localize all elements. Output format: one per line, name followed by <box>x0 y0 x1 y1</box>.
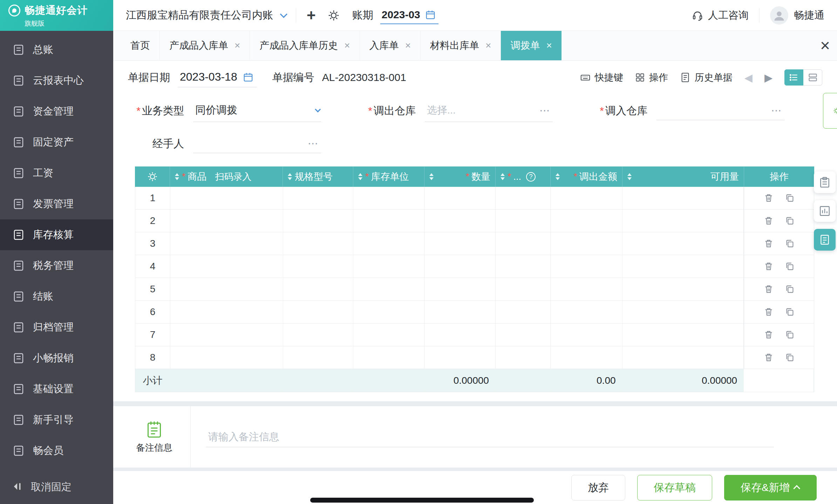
discard-button[interactable]: 放弃 <box>571 475 625 500</box>
table-cell[interactable] <box>424 255 496 278</box>
unpin-button[interactable]: 取消固定 <box>0 470 113 504</box>
table-cell[interactable] <box>622 278 744 300</box>
sort-icon[interactable] <box>627 173 632 180</box>
clipboard-panel-button[interactable] <box>814 171 836 193</box>
table-cell[interactable] <box>496 232 551 255</box>
table-cell[interactable] <box>353 187 424 209</box>
doc-date-picker[interactable]: 2023-03-18 <box>178 68 257 87</box>
column-header-available[interactable]: 可用量 <box>622 166 744 187</box>
column-header-spec[interactable]: 规格型号 <box>283 166 353 187</box>
table-cell[interactable] <box>353 346 424 369</box>
tab-close-icon[interactable]: × <box>405 41 411 50</box>
table-cell[interactable] <box>622 346 744 369</box>
table-cell[interactable] <box>424 187 496 209</box>
close-all-icon[interactable]: × <box>820 37 830 54</box>
in-warehouse-select[interactable]: ⋯ <box>656 102 784 120</box>
shortcuts-button[interactable]: 快捷键 <box>580 71 623 84</box>
table-cell[interactable] <box>170 187 283 209</box>
list-view-button[interactable] <box>784 69 803 86</box>
table-cell[interactable] <box>551 278 622 300</box>
sidebar-item-fixed-assets[interactable]: 固定资产 <box>0 127 113 158</box>
sidebar-item-invoice[interactable]: 发票管理 <box>0 189 113 219</box>
delete-row-icon[interactable] <box>763 193 774 203</box>
document-panel-button[interactable] <box>814 229 836 251</box>
sidebar-item-cloud-report[interactable]: 云报表中心 <box>0 65 113 96</box>
table-cell[interactable] <box>283 187 354 209</box>
table-cell[interactable] <box>496 323 551 346</box>
table-cell[interactable] <box>622 255 744 278</box>
tab-close-icon[interactable]: × <box>546 41 552 50</box>
table-cell[interactable] <box>496 346 551 369</box>
sidebar-item-payroll[interactable]: 工资 <box>0 158 113 189</box>
sidebar-item-inventory[interactable]: 库存核算 <box>0 219 113 250</box>
table-cell[interactable] <box>170 255 283 278</box>
operations-button[interactable]: 操作 <box>635 71 668 84</box>
more-icon[interactable]: ⋯ <box>771 105 782 116</box>
table-cell[interactable] <box>170 232 283 255</box>
table-cell[interactable] <box>424 278 496 300</box>
delete-row-icon[interactable] <box>763 238 774 249</box>
column-header-more[interactable]: *...? <box>496 166 551 187</box>
table-cell[interactable] <box>622 187 744 209</box>
table-cell[interactable] <box>170 210 283 232</box>
sort-icon[interactable] <box>358 173 362 180</box>
table-cell[interactable] <box>424 232 496 255</box>
table-cell[interactable] <box>283 255 354 278</box>
next-doc-icon[interactable]: ▶ <box>764 71 773 84</box>
sidebar-item-general-ledger[interactable]: 总账 <box>0 34 113 65</box>
sidebar-item-funds[interactable]: 资金管理 <box>0 96 113 127</box>
copy-row-icon[interactable] <box>784 216 795 226</box>
table-cell[interactable] <box>283 301 354 323</box>
table-cell[interactable] <box>283 346 354 369</box>
tab-stock-receipt[interactable]: 入库单× <box>360 31 420 60</box>
settings-button[interactable]: 设置 <box>823 93 837 129</box>
table-cell[interactable] <box>353 232 424 255</box>
table-cell[interactable] <box>551 346 622 369</box>
column-header-out-amount[interactable]: *调出金额 <box>551 166 622 187</box>
table-cell[interactable] <box>551 301 622 323</box>
tab-home[interactable]: 首页 <box>121 31 159 60</box>
copy-row-icon[interactable] <box>784 284 795 294</box>
save-and-new-button[interactable]: 保存&新增 <box>724 475 817 500</box>
table-cell[interactable] <box>496 278 551 300</box>
period-selector[interactable]: 2023-03 <box>380 7 438 24</box>
company-selector[interactable]: 江西服宝精品有限责任公司内账 <box>126 8 285 22</box>
copy-row-icon[interactable] <box>784 307 795 317</box>
sort-icon[interactable] <box>429 173 434 180</box>
handler-select[interactable]: ⋯ <box>193 135 321 153</box>
add-icon[interactable]: + <box>307 8 316 23</box>
avatar[interactable] <box>770 6 788 25</box>
business-type-select[interactable]: 同价调拨 <box>193 100 321 122</box>
sort-icon[interactable] <box>556 173 560 180</box>
delete-row-icon[interactable] <box>763 284 774 294</box>
table-cell[interactable] <box>353 323 424 346</box>
table-cell[interactable] <box>551 323 622 346</box>
tab-transfer-order[interactable]: 调拨单× <box>501 31 561 60</box>
table-cell[interactable] <box>424 301 496 323</box>
table-cell[interactable] <box>622 301 744 323</box>
table-cell[interactable] <box>551 187 622 209</box>
tab-close-icon[interactable]: × <box>344 41 350 50</box>
table-cell[interactable] <box>353 210 424 232</box>
save-draft-button[interactable]: 保存草稿 <box>637 475 712 500</box>
table-cell[interactable] <box>424 210 496 232</box>
out-warehouse-select[interactable]: 选择... ⋯ <box>425 100 553 122</box>
card-view-button[interactable] <box>803 69 822 86</box>
scan-entry-link[interactable]: 扫码录入 <box>215 171 252 183</box>
table-cell[interactable] <box>283 323 354 346</box>
sidebar-item-guide[interactable]: 新手引导 <box>0 404 113 435</box>
column-header-unit[interactable]: *库存单位 <box>353 166 424 187</box>
copy-row-icon[interactable] <box>784 352 795 363</box>
copy-row-icon[interactable] <box>784 261 795 272</box>
copy-row-icon[interactable] <box>784 193 795 203</box>
table-cell[interactable] <box>424 346 496 369</box>
remark-input[interactable] <box>206 427 774 447</box>
more-icon[interactable]: ⋯ <box>539 105 551 116</box>
delete-row-icon[interactable] <box>763 216 774 226</box>
table-cell[interactable] <box>551 210 622 232</box>
table-cell[interactable] <box>283 210 354 232</box>
copy-row-icon[interactable] <box>784 238 795 249</box>
sidebar-item-tax[interactable]: 税务管理 <box>0 250 113 281</box>
consult-button[interactable]: 人工咨询 <box>692 8 749 22</box>
table-cell[interactable] <box>170 301 283 323</box>
